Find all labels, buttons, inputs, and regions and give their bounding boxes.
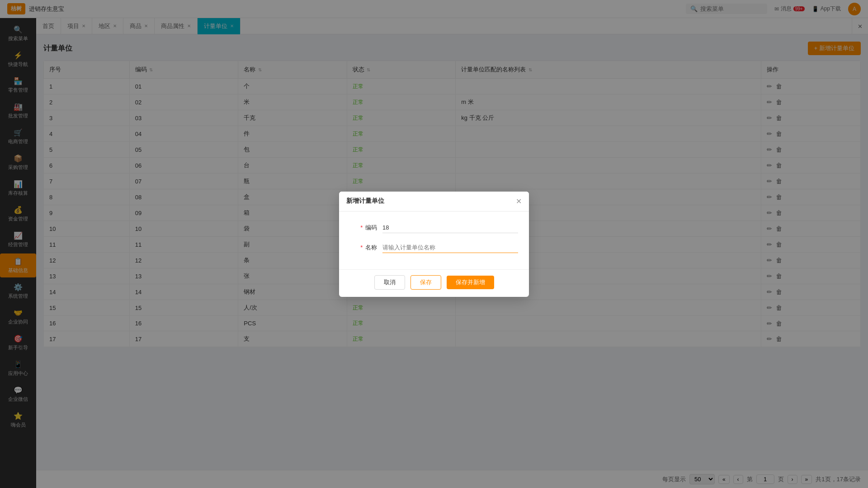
save-and-new-button[interactable]: 保存并新增 <box>447 276 494 289</box>
add-unit-modal: 新增计量单位 ✕ * 编码 * 名称 取消 保存 保存并新增 <box>339 192 529 297</box>
modal-header: 新增计量单位 ✕ <box>339 192 529 211</box>
code-input[interactable] <box>382 222 518 233</box>
cancel-button[interactable]: 取消 <box>374 275 405 290</box>
name-label: * 名称 <box>350 244 377 252</box>
required-star-name: * <box>360 244 363 251</box>
modal-close-btn[interactable]: ✕ <box>516 197 522 206</box>
form-row-code: * 编码 <box>350 222 518 233</box>
required-star-code: * <box>360 224 363 231</box>
save-button[interactable]: 保存 <box>410 275 441 290</box>
code-label: * 编码 <box>350 224 377 232</box>
name-input[interactable] <box>382 242 518 253</box>
modal-footer: 取消 保存 保存并新增 <box>339 269 529 297</box>
form-row-name: * 名称 <box>350 242 518 253</box>
modal-body: * 编码 * 名称 <box>339 211 529 269</box>
modal-overlay[interactable]: 新增计量单位 ✕ * 编码 * 名称 取消 保存 保存并新增 <box>0 0 868 488</box>
modal-title: 新增计量单位 <box>346 197 384 205</box>
